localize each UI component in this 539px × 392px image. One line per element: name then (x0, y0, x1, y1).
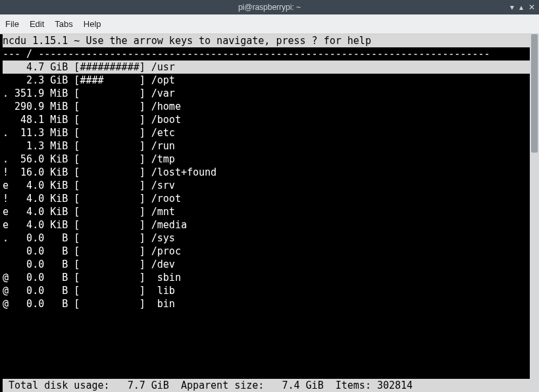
ncdu-row[interactable]: 1.3 MiB [ ] /run (3, 139, 536, 153)
ncdu-row[interactable]: . 351.9 MiB [ ] /var (3, 87, 536, 100)
terminal-area[interactable]: ncdu 1.15.1 ~ Use the arrow keys to navi… (0, 34, 539, 392)
window-controls: ▾ ▴ ✕ (510, 3, 535, 12)
close-icon[interactable]: ✕ (528, 3, 535, 12)
ncdu-file-list[interactable]: 4.7 GiB [##########] /usr 2.3 GiB [#### … (3, 61, 536, 310)
window-title: pi@raspberrypi: ~ (238, 3, 301, 12)
ncdu-row[interactable]: 48.1 MiB [ ] /boot (3, 113, 536, 126)
menu-file[interactable]: File (5, 19, 19, 29)
minimize-icon[interactable]: ▾ (510, 3, 514, 12)
ncdu-row[interactable]: . 56.0 KiB [ ] /tmp (3, 153, 536, 166)
ncdu-row[interactable]: 0.0 B [ ] /dev (3, 258, 536, 271)
ncdu-row[interactable]: 4.7 GiB [##########] /usr (3, 61, 536, 74)
ncdu-footer: Total disk usage: 7.7 GiB Apparent size:… (3, 379, 536, 392)
menu-edit[interactable]: Edit (30, 19, 44, 29)
ncdu-row[interactable]: e 4.0 KiB [ ] /mnt (3, 205, 536, 218)
ncdu-row[interactable]: ! 16.0 KiB [ ] /lost+found (3, 166, 536, 179)
ncdu-row[interactable]: ! 4.0 KiB [ ] /root (3, 192, 536, 205)
ncdu-row[interactable]: 2.3 GiB [#### ] /opt (3, 74, 536, 87)
ncdu-row[interactable]: @ 0.0 B [ ] bin (3, 297, 536, 310)
ncdu-row[interactable]: @ 0.0 B [ ] lib (3, 284, 536, 297)
ncdu-row[interactable]: @ 0.0 B [ ] sbin (3, 271, 536, 284)
menu-help[interactable]: Help (84, 19, 101, 29)
menubar: File Edit Tabs Help (0, 14, 539, 34)
ncdu-path-line: --- / ----------------------------------… (3, 47, 536, 61)
scrollbar-thumb[interactable] (531, 34, 538, 153)
scrollbar-track[interactable] (530, 34, 539, 392)
ncdu-row[interactable]: 0.0 B [ ] /proc (3, 245, 536, 258)
ncdu-row[interactable]: e 4.0 KiB [ ] /media (3, 218, 536, 232)
maximize-icon[interactable]: ▴ (519, 3, 523, 12)
ncdu-row[interactable]: . 0.0 B [ ] /sys (3, 232, 536, 245)
ncdu-header: ncdu 1.15.1 ~ Use the arrow keys to navi… (3, 34, 536, 47)
ncdu-row[interactable]: . 11.3 MiB [ ] /etc (3, 126, 536, 139)
ncdu-row[interactable]: e 4.0 KiB [ ] /srv (3, 179, 536, 192)
ncdu-row[interactable]: 290.9 MiB [ ] /home (3, 100, 536, 113)
menu-tabs[interactable]: Tabs (55, 19, 72, 29)
window-titlebar: pi@raspberrypi: ~ ▾ ▴ ✕ (0, 0, 539, 14)
